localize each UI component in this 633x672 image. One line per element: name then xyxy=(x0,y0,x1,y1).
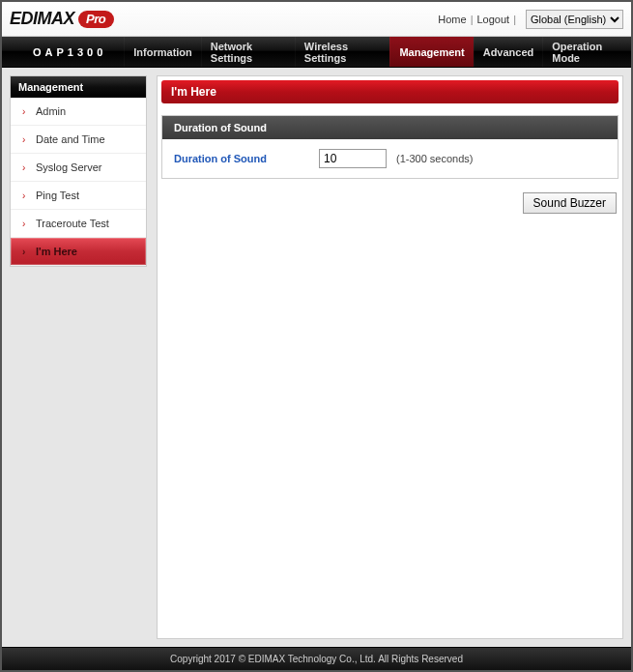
section-header: Duration of Sound xyxy=(162,116,618,139)
chevron-right-icon: › xyxy=(22,106,30,117)
sidebar-item-label: Traceroute Test xyxy=(36,218,109,229)
brand-sub: Pro xyxy=(78,11,114,28)
sidebar-item-admin[interactable]: › Admin xyxy=(11,98,146,126)
actions: Sound Buzzer xyxy=(161,192,619,214)
sidebar-item-traceroute[interactable]: › Traceroute Test xyxy=(11,210,146,238)
main-panel: I'm Here Duration of Sound Duration of S… xyxy=(157,75,623,639)
sidebar-item-label: Ping Test xyxy=(36,190,79,201)
sidebar-item-ping-test[interactable]: › Ping Test xyxy=(11,182,146,210)
sound-buzzer-button[interactable]: Sound Buzzer xyxy=(523,192,617,214)
brand-main: EDIMAX xyxy=(10,9,74,29)
field-hint: (1-300 seconds) xyxy=(396,153,474,164)
chevron-right-icon: › xyxy=(22,162,30,173)
chevron-right-icon: › xyxy=(22,219,30,229)
top-header: EDIMAX Pro Home | Logout | Global (Engli… xyxy=(2,2,631,37)
field-label-duration: Duration of Sound xyxy=(174,153,309,164)
sidebar-item-date-time[interactable]: › Date and Time xyxy=(11,126,146,154)
nav-tabs: Information Network Settings Wireless Se… xyxy=(124,37,631,67)
tab-network-settings[interactable]: Network Settings xyxy=(201,37,295,67)
section-body: Duration of Sound (1-300 seconds) xyxy=(162,139,618,178)
page-title: I'm Here xyxy=(161,80,619,103)
footer: Copyright 2017 © EDIMAX Technology Co., … xyxy=(2,647,631,670)
footer-text: Copyright 2017 © EDIMAX Technology Co., … xyxy=(170,654,463,664)
language-select[interactable]: Global (English) xyxy=(526,10,623,29)
sidebar: Management › Admin › Date and Time › Sys… xyxy=(10,75,147,267)
main-nav: OAP1300 Information Network Settings Wir… xyxy=(2,37,631,68)
sidebar-item-syslog[interactable]: › Syslog Server xyxy=(11,154,146,182)
field-row-duration: Duration of Sound (1-300 seconds) xyxy=(174,149,606,168)
model-label: OAP1300 xyxy=(2,37,124,67)
duration-input[interactable] xyxy=(319,149,387,168)
logout-link[interactable]: Logout xyxy=(476,14,509,25)
brand-logo: EDIMAX Pro xyxy=(10,9,114,29)
tab-management[interactable]: Management xyxy=(389,37,473,67)
sidebar-item-label: Admin xyxy=(36,105,66,117)
sidebar-item-label: I'm Here xyxy=(36,246,77,257)
tab-operation-mode[interactable]: Operation Mode xyxy=(542,37,631,67)
sidebar-item-label: Syslog Server xyxy=(36,161,101,173)
sidebar-item-label: Date and Time xyxy=(36,133,105,145)
sidebar-item-im-here[interactable]: › I'm Here xyxy=(11,238,146,266)
sidebar-title: Management xyxy=(11,76,146,98)
tab-wireless-settings[interactable]: Wireless Settings xyxy=(295,37,390,67)
body-area: Management › Admin › Date and Time › Sys… xyxy=(2,68,631,647)
section-duration: Duration of Sound Duration of Sound (1-3… xyxy=(161,115,619,179)
home-link[interactable]: Home xyxy=(438,14,466,25)
chevron-right-icon: › xyxy=(22,190,30,201)
chevron-right-icon: › xyxy=(22,247,30,257)
separator: | xyxy=(513,14,516,25)
tab-information[interactable]: Information xyxy=(124,37,201,67)
header-links: Home | Logout | Global (English) xyxy=(438,10,623,29)
chevron-right-icon: › xyxy=(22,134,30,145)
tab-advanced[interactable]: Advanced xyxy=(474,37,543,67)
separator: | xyxy=(471,14,474,25)
